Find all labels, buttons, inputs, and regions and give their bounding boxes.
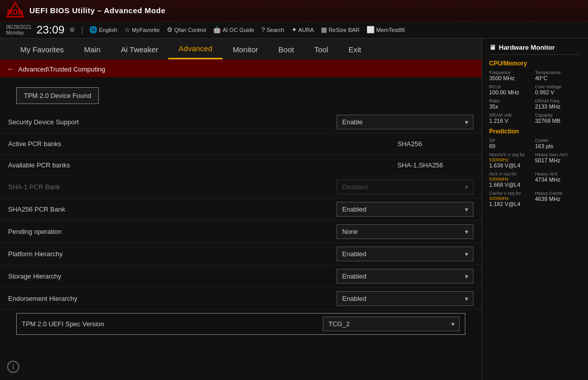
setting-storage-hierarchy: Storage Hierarchy Enabled Disabled ▼ [0, 265, 482, 288]
tab-ai-tweaker[interactable]: Ai Tweaker [111, 40, 168, 59]
setting-label-platform: Platform Hierarchy [8, 250, 337, 258]
storage-dropdown-container: Enabled Disabled ▼ [337, 269, 473, 284]
toolbar-myfavorite[interactable]: ☆ MyFavorite [124, 26, 159, 33]
tpm-found-box: TPM 2.0 Device Found [16, 87, 99, 104]
rog-logo: ROG [6, 2, 24, 20]
setting-endorsement-hierarchy: Endorsement Hierarchy Enabled Disabled ▼ [0, 288, 482, 310]
toolbar-search[interactable]: ? Search [262, 26, 284, 33]
hw-row-cache: Cache V req for 4200MHz 1.182 V@L4 Heavy… [489, 191, 581, 207]
setting-sha1-pcr: SHA-1 PCR Bank Disabled ▼ [0, 176, 482, 198]
toolbar-aioc[interactable]: 🤖 AI OC Guide [213, 26, 254, 33]
hw-row-freq-temp: Frequency 3500 MHz Temperature 40°C [489, 70, 581, 81]
setting-value-available-pcr: SHA-1,SHA256 [397, 161, 473, 169]
memtest-icon: ⬜ [366, 26, 375, 33]
setting-label-storage: Storage Hierarchy [8, 272, 337, 280]
toolbar-resizebar[interactable]: ▦ ReSize BAR [321, 26, 359, 33]
globe-icon: 🌐 [89, 26, 97, 33]
tpm-found-label: TPM 2.0 Device Found [24, 92, 91, 99]
endorsement-dropdown-container: Enabled Disabled ▼ [337, 291, 473, 306]
tab-my-favorites[interactable]: My Favorites [10, 40, 74, 59]
tpm-spec-label: TPM 2.0 UEFI Spec Version [22, 320, 323, 328]
tpm-spec-box: TPM 2.0 UEFI Spec Version TCG_2 TCG_1_2 … [16, 313, 465, 335]
setting-label-pending: Pending operation [8, 228, 337, 235]
hw-row-bclk-corev: BCLK 100.00 MHz Core Voltage 0.992 V [489, 84, 581, 95]
toolbar-english[interactable]: 🌐 English [89, 26, 117, 33]
toolbar-memtest[interactable]: ⬜ MemTest86 [366, 26, 405, 33]
breadcrumb: ← Advanced\Trusted Computing [0, 61, 482, 77]
setting-available-pcr: Available PCR banks SHA-1,SHA256 [0, 155, 482, 176]
top-header: ROG UEFI BIOS Utility – Advanced Mode [0, 0, 588, 21]
prediction-section: Prediction [489, 128, 581, 135]
endorsement-dropdown[interactable]: Enabled Disabled [337, 291, 473, 306]
tpm-found-container: TPM 2.0 Device Found [0, 77, 482, 111]
setting-label-security: Security Device Support [8, 118, 337, 126]
setting-value-active-pcr: SHA256 [397, 140, 473, 148]
setting-label-sha1: SHA-1 PCR Bank [8, 183, 337, 191]
sha1-dropdown[interactable]: Disabled [337, 180, 473, 194]
toolbar-aura[interactable]: ✦ AURA [291, 26, 314, 33]
tab-main[interactable]: Main [74, 40, 111, 59]
security-device-dropdown[interactable]: Enable Disable [337, 115, 473, 129]
info-icon[interactable]: i [7, 361, 19, 373]
sha256-dropdown-container: Enabled Disabled ▼ [337, 202, 473, 217]
tpm-spec-row-wrapper: TPM 2.0 UEFI Spec Version TCG_2 TCG_1_2 … [0, 310, 482, 338]
page-title: UEFI BIOS Utility – Advanced Mode [29, 6, 165, 15]
svg-text:ROG: ROG [7, 8, 23, 16]
platform-dropdown-container: Enabled Disabled ▼ [337, 247, 473, 261]
tpm-spec-dropdown-container: TCG_2 TCG_1_2 ▼ [323, 317, 460, 331]
settings-table: Security Device Support Enable Disable ▼… [0, 111, 482, 348]
sha1-dropdown-container: Disabled ▼ [337, 180, 473, 194]
tab-advanced[interactable]: Advanced [168, 39, 223, 59]
setting-pending-op: Pending operation None ▼ [0, 221, 482, 243]
setting-label-endorsement: Endorsement Hierarchy [8, 295, 337, 302]
ai-icon: 🤖 [213, 26, 221, 33]
cpu-memory-section: CPU/Memory [489, 60, 581, 67]
datetime-date: 06/28/2021 Monday [6, 24, 31, 36]
sha256-dropdown[interactable]: Enabled Disabled [337, 202, 473, 217]
datetime-clock: 23:09 [36, 23, 64, 37]
setting-label-active-pcr: Active PCR banks [8, 140, 397, 148]
setting-label-available-pcr: Available PCR banks [8, 161, 397, 169]
main-content: ← Advanced\Trusted Computing TPM 2.0 Dev… [0, 61, 482, 380]
storage-dropdown[interactable]: Enabled Disabled [337, 269, 473, 284]
hardware-monitor-panel: 🖥 Hardware Monitor CPU/Memory Frequency … [482, 39, 588, 380]
hw-monitor-title: 🖥 Hardware Monitor [489, 44, 581, 55]
hw-row-sp-cooler: SP 69 Cooler 163 pts [489, 138, 581, 149]
question-icon: ? [262, 26, 265, 33]
breadcrumb-path: Advanced\Trusted Computing [18, 65, 105, 73]
security-device-dropdown-container: Enable Disable ▼ [337, 115, 473, 129]
setting-security-device-support: Security Device Support Enable Disable ▼ [0, 111, 482, 133]
hw-row-dramv-cap: DRAM Volt. 1.216 V Capacity 32768 MB [489, 113, 581, 124]
monitor-icon: 🖥 [489, 44, 496, 51]
back-button[interactable]: ← [7, 65, 14, 73]
hw-row-ratio-dram: Ratio 35x DRAM Freq. 2133 MHz [489, 98, 581, 110]
tpm-spec-dropdown[interactable]: TCG_2 TCG_1_2 [323, 317, 460, 331]
settings-icon[interactable]: ⚙ [69, 26, 75, 33]
star-icon: ☆ [124, 26, 130, 33]
tab-exit[interactable]: Exit [338, 40, 371, 59]
setting-active-pcr: Active PCR banks SHA256 [0, 133, 482, 155]
datetime-bar: 06/28/2021 Monday 23:09 ⚙ | 🌐 English ☆ … [0, 21, 588, 39]
platform-dropdown[interactable]: Enabled Disabled [337, 247, 473, 261]
toolbar-qfan[interactable]: ⚙ Qfan Control [167, 26, 206, 33]
aura-icon: ✦ [291, 26, 297, 33]
pending-dropdown-container: None ▼ [337, 224, 473, 239]
setting-sha256-pcr: SHA256 PCR Bank Enabled Disabled ▼ [0, 198, 482, 221]
toolbar: 🌐 English ☆ MyFavorite ⚙ Qfan Control 🤖 … [89, 26, 405, 33]
hw-row-avx: AVX V req for 5300MHz 1.668 V@L4 Heavy A… [489, 171, 581, 188]
tab-monitor[interactable]: Monitor [223, 40, 268, 59]
tab-tool[interactable]: Tool [304, 40, 339, 59]
pending-dropdown[interactable]: None [337, 224, 473, 239]
tab-boot[interactable]: Boot [268, 40, 304, 59]
resize-icon: ▦ [321, 26, 327, 33]
setting-label-sha256: SHA256 PCR Bank [8, 205, 337, 213]
fan-icon: ⚙ [167, 26, 173, 33]
setting-platform-hierarchy: Platform Hierarchy Enabled Disabled ▼ [0, 243, 482, 265]
hw-row-nonavx: NonAVX V req for 5300MHz 1.638 V@L4 Heav… [489, 152, 581, 168]
